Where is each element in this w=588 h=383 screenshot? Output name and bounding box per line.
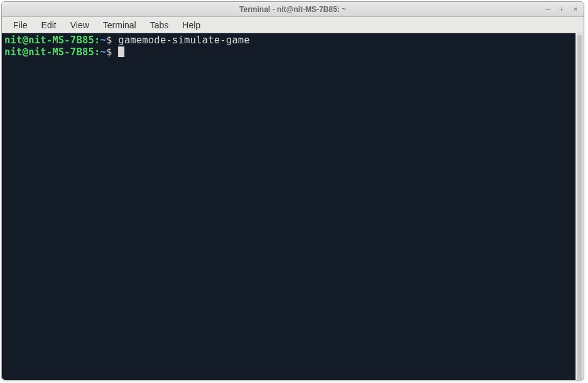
- window-controls: – + ×: [543, 2, 580, 16]
- window-title: Terminal - nit@nit-MS-7B85: ~: [239, 5, 346, 14]
- prompt-colon: :: [94, 46, 101, 58]
- menu-edit[interactable]: Edit: [35, 18, 63, 32]
- menu-terminal[interactable]: Terminal: [97, 18, 143, 32]
- menu-view[interactable]: View: [64, 18, 95, 32]
- prompt-colon: :: [94, 35, 101, 46]
- terminal-content[interactable]: nit@nit-MS-7B85:~$ gamemode-simulate-gam…: [2, 33, 575, 380]
- prompt-dollar: $: [106, 46, 112, 58]
- close-button[interactable]: ×: [571, 4, 580, 14]
- terminal-area[interactable]: nit@nit-MS-7B85:~$ gamemode-simulate-gam…: [2, 33, 584, 380]
- titlebar[interactable]: Terminal - nit@nit-MS-7B85: ~ – + ×: [2, 2, 584, 17]
- prompt-user-host: nit@nit-MS-7B85: [4, 35, 94, 46]
- menu-help[interactable]: Help: [176, 18, 207, 32]
- cursor-icon: [118, 46, 124, 57]
- menubar: File Edit View Terminal Tabs Help: [2, 17, 584, 33]
- prompt-path: ~: [101, 46, 107, 58]
- terminal-window: Terminal - nit@nit-MS-7B85: ~ – + × File…: [1, 1, 584, 380]
- menu-tabs[interactable]: Tabs: [144, 18, 175, 32]
- prompt-dollar: $: [106, 35, 112, 46]
- prompt-path: ~: [101, 35, 107, 46]
- command-text: gamemode-simulate-game: [118, 35, 250, 46]
- minimize-button[interactable]: –: [543, 4, 552, 14]
- maximize-button[interactable]: +: [557, 4, 566, 14]
- prompt-user-host: nit@nit-MS-7B85: [4, 46, 94, 58]
- menu-file[interactable]: File: [7, 18, 34, 32]
- scrollbar[interactable]: [575, 33, 584, 380]
- scrollbar-thumb[interactable]: [577, 35, 582, 380]
